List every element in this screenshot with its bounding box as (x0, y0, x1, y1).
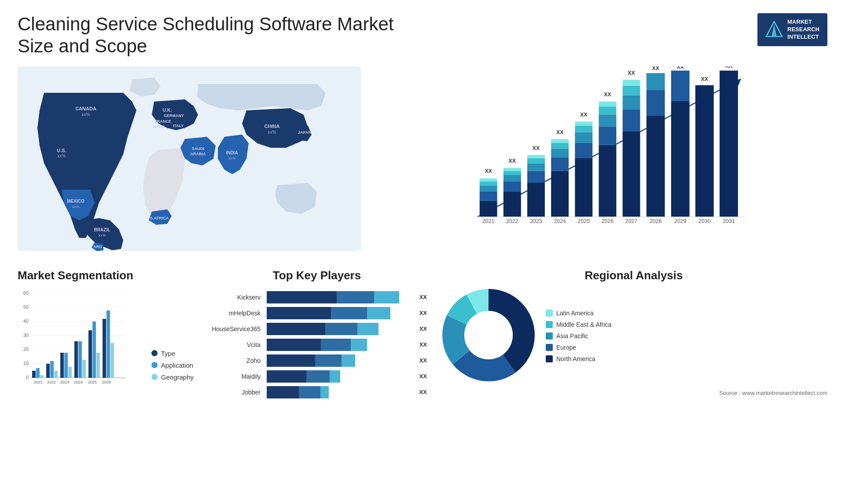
player-xx-mhelpdesk: XX (419, 310, 427, 316)
svg-rect-73 (623, 80, 640, 85)
svg-text:ARG: ARG (93, 245, 102, 249)
svg-text:XX: XX (725, 66, 733, 69)
svg-rect-64 (599, 114, 617, 127)
seg-chart-area: 60 50 40 30 20 10 0 (18, 287, 194, 394)
svg-rect-111 (46, 364, 50, 378)
svg-text:JAPAN: JAPAN (298, 130, 311, 135)
svg-rect-72 (623, 85, 640, 95)
player-row-maidily: Maidily XX (207, 370, 427, 383)
reg-label-north-america: North America (556, 355, 595, 362)
svg-text:CANADA: CANADA (75, 106, 96, 111)
svg-text:2031: 2031 (723, 218, 735, 224)
svg-rect-129 (110, 343, 114, 378)
svg-text:50: 50 (23, 304, 29, 310)
svg-rect-112 (50, 361, 54, 378)
page-title: Cleaning Service Scheduling Software Mar… (18, 13, 414, 58)
key-players-section: Top Key Players Kickserv XX mHelpD (207, 269, 427, 402)
svg-text:XX: XX (556, 129, 564, 135)
svg-text:2026: 2026 (102, 380, 111, 384)
svg-rect-28 (480, 192, 497, 201)
svg-rect-128 (107, 310, 110, 378)
player-row-kickserv: Kickserv XX (207, 291, 427, 303)
player-xx-zoho: XX (419, 357, 427, 364)
key-players-title: Top Key Players (207, 269, 427, 282)
regional-section: Regional Analysis (440, 269, 827, 396)
source-line: Source : www.marketresearchintellect.com (440, 390, 827, 396)
player-row-houseservice: HouseService365 XX (207, 323, 427, 335)
legend-dot-application (151, 362, 158, 368)
logo-icon (765, 21, 783, 38)
svg-rect-123 (88, 330, 92, 378)
page: Cleaning Service Scheduling Software Mar… (0, 0, 845, 504)
svg-text:2028: 2028 (650, 218, 662, 224)
svg-text:2023: 2023 (530, 218, 542, 224)
svg-text:GERMANY: GERMANY (164, 113, 184, 118)
legend-geography: Geography (151, 373, 194, 381)
svg-rect-62 (599, 145, 617, 216)
svg-rect-27 (480, 201, 497, 217)
reg-legend-mea: Middle East & Africa (546, 321, 611, 328)
growth-bar-chart: XX 2021 XX 2022 XX 2023 (378, 66, 827, 234)
player-xx-vcita: XX (419, 341, 427, 348)
player-name-vcita: Vcita (207, 341, 264, 348)
svg-text:20: 20 (23, 347, 29, 352)
svg-text:S.AFRICA: S.AFRICA (150, 216, 169, 220)
svg-rect-66 (599, 102, 617, 106)
legend-dot-geography (151, 374, 158, 380)
player-name-maidily: Maidily (207, 373, 264, 380)
svg-rect-43 (527, 163, 545, 171)
svg-rect-35 (503, 181, 521, 192)
svg-rect-58 (575, 126, 592, 132)
svg-text:U.K.: U.K. (163, 108, 172, 113)
player-row-mhelpdesk: mHelpDesk XX (207, 307, 427, 319)
player-bar-kickserv (267, 291, 414, 303)
regional-legend: Latin America Middle East & Africa Asia … (546, 310, 611, 362)
player-xx-jobber: XX (419, 389, 427, 395)
svg-rect-120 (78, 341, 82, 378)
players-list: Kickserv XX mHelpDesk (207, 287, 427, 398)
reg-legend-europe: Europe (546, 344, 611, 351)
svg-text:10: 10 (23, 361, 29, 366)
svg-text:2026: 2026 (602, 218, 614, 224)
svg-rect-29 (480, 186, 497, 192)
svg-text:xx%: xx% (72, 205, 79, 209)
reg-color-latin-america (546, 310, 553, 317)
player-row-jobber: Jobber XX (207, 386, 427, 398)
svg-text:XX: XX (628, 70, 635, 76)
svg-rect-81 (671, 101, 690, 217)
svg-text:XX: XX (604, 91, 611, 98)
segmentation-section: Market Segmentation 60 50 40 30 20 10 0 (18, 269, 194, 394)
svg-rect-63 (599, 127, 617, 145)
svg-rect-124 (92, 321, 96, 378)
svg-rect-44 (527, 158, 545, 163)
player-name-houseservice: HouseService365 (207, 325, 264, 332)
svg-rect-57 (575, 132, 592, 143)
logo-box: MARKET RESEARCH INTELLECT (757, 13, 827, 46)
svg-text:40: 40 (23, 318, 29, 324)
svg-text:XX: XX (677, 66, 684, 70)
world-map: CANADA xx% U.S. xx% MEXICO xx% BRAZIL xx… (18, 66, 361, 251)
svg-rect-30 (480, 181, 497, 186)
svg-rect-116 (64, 353, 68, 378)
svg-text:xx%: xx% (98, 233, 106, 237)
player-name-mhelpdesk: mHelpDesk (207, 310, 264, 317)
svg-rect-119 (74, 341, 78, 378)
svg-text:60: 60 (23, 290, 29, 296)
svg-text:BRAZIL: BRAZIL (94, 227, 110, 232)
legend-dot-type (151, 350, 158, 356)
svg-point-136 (464, 311, 513, 359)
svg-rect-121 (82, 360, 86, 378)
svg-rect-42 (527, 171, 545, 183)
svg-text:xx%: xx% (228, 156, 235, 161)
svg-rect-113 (54, 371, 58, 378)
svg-rect-127 (103, 319, 106, 378)
logo-text: MARKET RESEARCH INTELLECT (787, 18, 819, 41)
svg-text:SAUDI: SAUDI (192, 146, 204, 151)
svg-text:XX: XX (701, 76, 709, 82)
svg-rect-117 (68, 367, 72, 378)
svg-text:2029: 2029 (674, 218, 687, 224)
reg-label-latin-america: Latin America (556, 310, 594, 317)
player-name-kickserv: Kickserv (207, 294, 264, 301)
svg-text:ARABIA: ARABIA (191, 152, 206, 156)
svg-rect-38 (503, 168, 521, 171)
